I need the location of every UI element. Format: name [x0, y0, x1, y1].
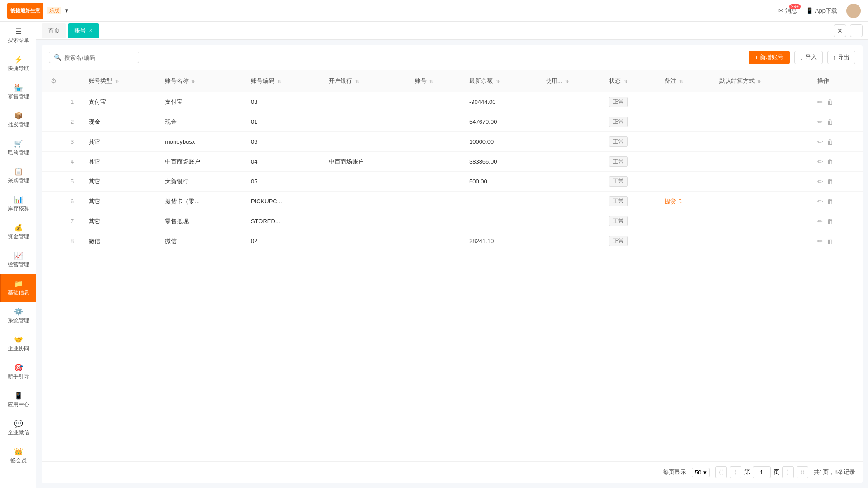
row-settings	[42, 231, 65, 251]
row-bank: 中百商场账户	[323, 152, 409, 172]
pager-first-button[interactable]: ⟨⟨	[715, 466, 727, 478]
edit-button[interactable]: ✏	[817, 138, 823, 146]
sidebar-item-operation-mgmt[interactable]: 📈 经营管理	[0, 246, 36, 274]
row-default-settle	[714, 231, 812, 251]
sort-icon: ⇅	[115, 79, 119, 84]
row-actions: ✏ 🗑	[812, 112, 863, 132]
col-remark[interactable]: 备注 ⇅	[659, 70, 713, 92]
col-bank[interactable]: 开户银行 ⇅	[323, 70, 409, 92]
col-latest-balance[interactable]: 最新余额 ⇅	[464, 70, 540, 92]
sidebar-item-app-center[interactable]: 📱 应用中心	[0, 386, 36, 414]
row-num: 6	[65, 192, 83, 211]
export-button[interactable]: ↑ 导出	[827, 51, 856, 64]
edit-button[interactable]: ✏	[817, 197, 823, 206]
system-icon: ⚙️	[5, 307, 32, 316]
sidebar-item-label: 采购管理	[5, 177, 32, 184]
col-account-type[interactable]: 账号类型 ⇅	[83, 70, 160, 92]
col-account-code[interactable]: 账号编码 ⇅	[245, 70, 324, 92]
delete-button[interactable]: 🗑	[827, 178, 834, 186]
notification-button[interactable]: ✉ 消息 99+	[778, 7, 797, 15]
delete-button[interactable]: 🗑	[827, 138, 834, 146]
pager-prev-button[interactable]: ⟨	[730, 466, 741, 478]
sidebar-item-vip-member[interactable]: 👑 畅会员	[0, 442, 36, 470]
delete-button[interactable]: 🗑	[827, 158, 834, 166]
user-avatar[interactable]	[846, 4, 861, 18]
edit-button[interactable]: ✏	[817, 237, 823, 245]
col-usage[interactable]: 使用... ⇅	[540, 70, 604, 92]
app-download-button[interactable]: 📱 App下载	[806, 7, 837, 15]
row-bank	[323, 211, 409, 231]
sidebar-item-wholesale-mgmt[interactable]: 📦 批发管理	[0, 106, 36, 134]
edit-button[interactable]: ✏	[817, 118, 823, 126]
table-row: 8 微信 微信 02 28241.10 正常 ✏ 🗑	[42, 231, 863, 251]
per-page-select[interactable]: 50 ▾	[692, 468, 709, 477]
sidebar-item-search-menu[interactable]: ☰ 搜索菜单	[0, 22, 36, 50]
app-icon: 📱	[806, 7, 813, 14]
row-actions: ✏ 🗑	[812, 172, 863, 192]
delete-button[interactable]: 🗑	[827, 217, 834, 225]
sidebar-item-purchase-mgmt[interactable]: 📋 采购管理	[0, 162, 36, 190]
delete-button[interactable]: 🗑	[827, 197, 834, 206]
sidebar-item-system-mgmt[interactable]: ⚙️ 系统管理	[0, 302, 36, 330]
sidebar-item-enterprise-wechat[interactable]: 💬 企业微信	[0, 414, 36, 442]
enterprise-icon: 🤝	[5, 335, 32, 344]
row-bank	[323, 231, 409, 251]
sidebar-item-quick-nav[interactable]: ⚡ 快捷导航	[0, 50, 36, 78]
table-footer: 每页显示 50 ▾ ⟨⟨ ⟨ 第 页 ⟩ ⟩⟩ 共1页，8条记录	[42, 461, 863, 483]
sidebar-item-enterprise-agreement[interactable]: 🤝 企业协同	[0, 330, 36, 358]
add-account-button[interactable]: + 新增账号	[749, 51, 790, 64]
sidebar-item-capital-mgmt[interactable]: 💰 资金管理	[0, 218, 36, 246]
search-box[interactable]: 🔍	[49, 52, 139, 63]
export-icon: ↑	[833, 54, 836, 61]
col-status[interactable]: 状态 ⇅	[604, 70, 659, 92]
action-buttons: ✏ 🗑	[817, 118, 857, 126]
sort-icon: ⇅	[429, 79, 433, 84]
page-input[interactable]	[753, 466, 771, 478]
sort-icon: ⇅	[496, 79, 500, 84]
sidebar-item-ecommerce-mgmt[interactable]: 🛒 电商管理	[0, 134, 36, 162]
edit-button[interactable]: ✏	[817, 178, 823, 186]
col-account-no[interactable]: 账号 ⇅	[410, 70, 464, 92]
action-buttons: ✏ 🗑	[817, 158, 857, 166]
delete-button[interactable]: 🗑	[827, 98, 834, 106]
row-actions: ✏ 🗑	[812, 132, 863, 152]
row-remark	[659, 211, 713, 231]
tab-account[interactable]: 账号 ✕	[68, 23, 99, 38]
import-button[interactable]: ↓ 导入	[794, 51, 823, 64]
edit-button[interactable]: ✏	[817, 217, 823, 225]
tab-close-button[interactable]: ✕	[834, 24, 846, 37]
tab-expand-button[interactable]: ⛶	[850, 24, 863, 37]
sidebar-item-label: 资金管理	[5, 233, 32, 240]
pager-next-button[interactable]: ⟩	[782, 466, 794, 478]
message-icon: ✉	[778, 7, 783, 14]
sidebar-item-label: 新手引导	[5, 373, 32, 380]
delete-button[interactable]: 🗑	[827, 118, 834, 126]
action-buttons: ✏ 🗑	[817, 138, 857, 146]
row-account-code: 01	[245, 112, 324, 132]
sidebar-item-newbie-guide[interactable]: 🎯 新手引导	[0, 358, 36, 386]
table-row: 5 其它 大新银行 05 500.00 正常 ✏ 🗑	[42, 172, 863, 192]
sidebar-item-retail-mgmt[interactable]: 🏪 零售管理	[0, 78, 36, 106]
pager-last-button[interactable]: ⟩⟩	[797, 466, 808, 478]
col-default-settle[interactable]: 默认结算方式 ⇅	[714, 70, 812, 92]
column-settings-icon[interactable]: ⚙	[47, 75, 60, 87]
capital-icon: 💰	[5, 223, 32, 232]
row-status: 正常	[604, 211, 659, 231]
tab-home[interactable]: 首页	[42, 23, 66, 38]
edit-button[interactable]: ✏	[817, 158, 823, 166]
row-account-type: 其它	[83, 172, 160, 192]
sidebar-item-basic-info[interactable]: 📁 基础信息	[0, 274, 36, 302]
status-badge: 正常	[609, 156, 628, 167]
delete-button[interactable]: 🗑	[827, 237, 834, 245]
edit-button[interactable]: ✏	[817, 98, 823, 106]
sidebar-item-inventory-check[interactable]: 📊 库存核算	[0, 190, 36, 218]
sort-icon: ⇅	[679, 79, 683, 84]
row-account-code: 03	[245, 92, 324, 112]
col-account-name[interactable]: 账号名称 ⇅	[160, 70, 245, 92]
tab-account-close[interactable]: ✕	[89, 28, 93, 33]
row-account-type: 其它	[83, 152, 160, 172]
logo-text: 畅捷通好生意	[10, 7, 40, 14]
company-dropdown[interactable]: ▾	[65, 7, 68, 14]
search-input[interactable]	[64, 54, 134, 61]
sidebar-item-label: 应用中心	[5, 401, 32, 408]
